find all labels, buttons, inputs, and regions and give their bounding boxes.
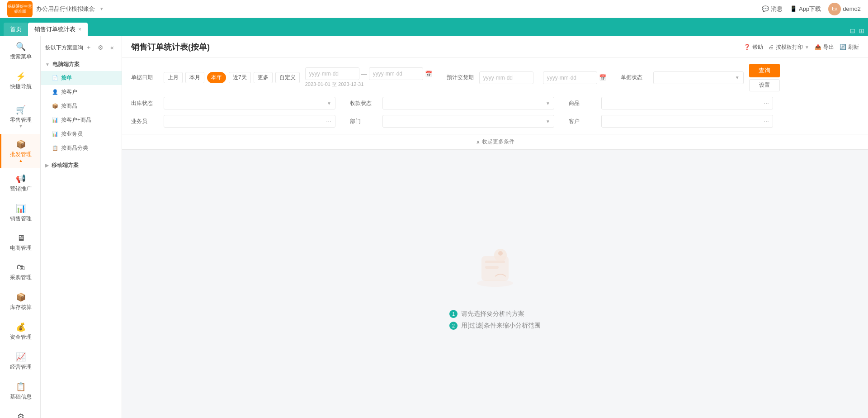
sidebar-item-purchase-label: 采购管理: [10, 274, 32, 281]
customer-select[interactable]: ···: [601, 115, 773, 128]
receipt-status-select[interactable]: ▼: [382, 97, 554, 109]
page-actions: ❓ 帮助 🖨 按模板打印 ▼ 📤 导出 🔄 刷新: [744, 43, 859, 51]
sidebar-item-ecommerce[interactable]: 🖥 电商管理: [0, 228, 40, 257]
salesperson-select[interactable]: ···: [164, 115, 335, 128]
sidebar-item-search-label: 搜索菜单: [10, 53, 32, 61]
date-btn-this-month[interactable]: 本月: [185, 72, 204, 83]
collapse-more-button[interactable]: ∧ 收起更多条件: [476, 138, 514, 146]
breadcrumb-arrow-icon[interactable]: ▾: [100, 6, 103, 12]
maximize-icon[interactable]: ⊞: [859, 27, 864, 34]
sidebar-item-inventory[interactable]: 📦 库存核算: [0, 287, 40, 317]
purchase-icon: 🛍: [17, 263, 25, 272]
nav-tabs: 首页 销售订单统计表 × ⊟ ⊞: [0, 18, 868, 36]
date-btn-this-year[interactable]: 本年: [207, 72, 226, 83]
app-download-action[interactable]: 📱 App下载: [790, 5, 821, 13]
app-label: App下载: [799, 5, 821, 13]
department-select[interactable]: ▼: [382, 115, 554, 128]
by-customer-icon: 👤: [52, 89, 59, 96]
date-from-input[interactable]: [305, 67, 359, 80]
user-name: demo2: [843, 5, 861, 12]
date-btn-last-7-days[interactable]: 近7天: [229, 72, 251, 83]
calendar-from-icon[interactable]: 📅: [425, 71, 432, 77]
tree-pc-parent[interactable]: ▼ 电脑端方案: [41, 58, 122, 71]
sidebar-item-wholesale[interactable]: 📦 批发管理 ▲: [0, 134, 40, 168]
tree-mobile-section: ▶ 移动端方案: [41, 157, 122, 174]
hint-num-2: 2: [449, 322, 458, 330]
sidebar-item-marketing[interactable]: 📢 营销推广: [0, 168, 40, 198]
settings-scheme-button[interactable]: ⚙: [95, 43, 105, 52]
sidebar-item-sales[interactable]: 📊 销售管理: [0, 198, 40, 228]
tab-home[interactable]: 首页: [4, 23, 28, 36]
print-label: 按模板打印: [776, 43, 803, 51]
help-button[interactable]: ❓ 帮助: [744, 43, 763, 51]
tree-child-by-customer[interactable]: 👤 按客户: [41, 85, 122, 99]
export-button[interactable]: 📤 导出: [815, 43, 834, 51]
goods-more-icon[interactable]: ···: [764, 100, 769, 107]
expected-date-from-input[interactable]: [479, 71, 533, 84]
sidebar-item-quick-nav[interactable]: ⚡ 快捷导航: [0, 66, 40, 96]
sidebar-item-search[interactable]: 🔍 搜索菜单: [0, 36, 40, 66]
system-icon: ⚙: [17, 412, 24, 418]
finance-icon: 💰: [16, 322, 26, 332]
tree-child-by-salesperson[interactable]: 📊 按业务员: [41, 127, 122, 141]
refresh-button[interactable]: 🔄 刷新: [840, 43, 859, 51]
message-action[interactable]: 💬 消息: [762, 5, 783, 13]
date-btn-more[interactable]: 更多: [254, 72, 273, 83]
tree-mobile-parent[interactable]: ▶ 移动端方案: [41, 159, 122, 172]
collapse-chevron-icon: ∧: [476, 139, 480, 145]
expected-date-to-input[interactable]: [543, 71, 597, 84]
sidebar-item-basic-info[interactable]: 📋 基础信息: [0, 376, 40, 406]
tree-child-by-category[interactable]: 📋 按商品分类: [41, 141, 122, 155]
settings-button[interactable]: 设置: [749, 79, 780, 91]
filter-row-3: 业务员 ··· 部门 ▼ 客户 ···: [131, 115, 859, 128]
hint-text-2: 用[过滤]条件来缩小分析范围: [461, 322, 541, 330]
tree-pc-label: 电脑端方案: [52, 61, 80, 68]
by-customer-goods-icon: 📊: [52, 117, 59, 124]
minimize-icon[interactable]: ⊟: [850, 27, 855, 34]
calendar-expected-icon[interactable]: 📅: [599, 74, 606, 81]
query-button[interactable]: 查询: [749, 64, 780, 77]
tab-end-actions: ⊟ ⊞: [88, 27, 864, 36]
sidebar-item-quick-nav-label: 快捷导航: [10, 83, 32, 90]
logo-text: 畅捷通好生意: [8, 4, 32, 9]
date-button-group: 上月 本月 本年 近7天 更多 自定义: [164, 72, 300, 83]
left-panel-actions: ＋ ⚙ «: [84, 43, 117, 52]
sidebar-item-retail[interactable]: 🛒 零售管理 ▼: [0, 100, 40, 134]
tab-close-icon[interactable]: ×: [78, 26, 81, 33]
date-btn-last-month[interactable]: 上月: [164, 72, 183, 83]
help-icon: ❓: [744, 44, 750, 50]
by-salesperson-label: 按业务员: [61, 130, 83, 138]
tree-child-by-customer-goods[interactable]: 📊 按客户+商品: [41, 113, 122, 127]
sidebar-item-wholesale-label: 批发管理: [10, 151, 32, 158]
action-buttons: 查询 设置: [749, 64, 780, 91]
by-order-label: 按单: [61, 74, 72, 82]
content-area: 销售订单统计表(按单) ❓ 帮助 🖨 按模板打印 ▼ 📤 导出 🔄 刷新: [122, 36, 868, 418]
goods-select[interactable]: ···: [601, 97, 773, 109]
tab-sales-order-stats[interactable]: 销售订单统计表 ×: [28, 23, 88, 36]
svg-rect-3: [485, 266, 499, 269]
doc-status-label: 单据状态: [621, 74, 648, 81]
date-to-input[interactable]: [369, 67, 423, 80]
tree-child-by-goods[interactable]: 📦 按商品: [41, 99, 122, 113]
add-scheme-button[interactable]: ＋: [84, 43, 94, 52]
date-btn-custom[interactable]: 自定义: [275, 72, 300, 83]
sidebar-item-finance[interactable]: 💰 资金管理: [0, 317, 40, 347]
customer-more-icon[interactable]: ···: [764, 118, 769, 125]
sidebar-item-operations[interactable]: 📈 经营管理: [0, 347, 40, 376]
salesperson-label: 业务员: [131, 118, 158, 125]
left-panel-title: 按以下方案查询: [45, 44, 83, 52]
hint-text-1: 请先选择要分析的方案: [461, 310, 524, 318]
salesperson-more-icon[interactable]: ···: [326, 118, 331, 125]
doc-status-select[interactable]: ▼: [653, 71, 744, 84]
sidebar-item-purchase[interactable]: 🛍 采购管理: [0, 257, 40, 287]
retail-arrow-icon: ▼: [19, 124, 23, 128]
ship-status-select[interactable]: ▼: [164, 97, 335, 109]
tree-child-by-order[interactable]: 📄 按单: [41, 71, 122, 85]
sidebar-item-inventory-label: 库存核算: [10, 304, 32, 311]
user-action[interactable]: Ea demo2: [828, 3, 861, 15]
ship-status-label: 出库状态: [131, 100, 158, 107]
page-header: 销售订单统计表(按单) ❓ 帮助 🖨 按模板打印 ▼ 📤 导出 🔄 刷新: [122, 36, 868, 57]
print-button[interactable]: 🖨 按模板打印 ▼: [769, 43, 809, 51]
sidebar-item-system[interactable]: ⚙ 系统管理: [0, 406, 40, 418]
collapse-panel-button[interactable]: «: [107, 43, 117, 52]
